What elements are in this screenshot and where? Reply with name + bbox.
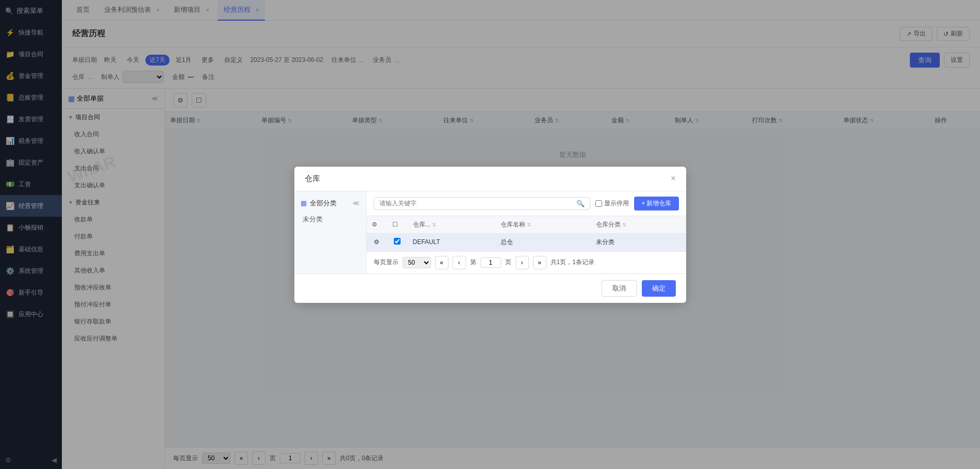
modal-page-input[interactable] bbox=[480, 257, 501, 268]
modal-col-category: 仓库分类 ⇅ bbox=[591, 216, 686, 234]
modal-last-page-btn[interactable]: » bbox=[533, 256, 546, 269]
warehouse-modal: 仓库 × ▦ 全部分类 ≪ 未分类 bbox=[294, 167, 686, 303]
add-warehouse-button[interactable]: + 新增仓库 bbox=[634, 197, 678, 211]
show-disabled-checkbox[interactable]: 显示停用 bbox=[595, 199, 629, 208]
sort-icon-wh-category: ⇅ bbox=[622, 222, 626, 228]
modal-header: 仓库 × bbox=[294, 167, 686, 191]
modal-left-panel: ▦ 全部分类 ≪ 未分类 bbox=[294, 191, 367, 273]
modal-body: ▦ 全部分类 ≪ 未分类 🔍 显示停用 bbox=[294, 191, 686, 273]
modal-first-page-btn[interactable]: « bbox=[435, 256, 449, 269]
modal-left-header: ▦ 全部分类 ≪ bbox=[294, 196, 366, 211]
modal-category-label: 未分类 bbox=[303, 215, 323, 223]
row-1-code: DEFAULT bbox=[408, 233, 496, 251]
modal-next-page-btn[interactable]: › bbox=[516, 256, 529, 269]
modal-page-size-label: 每页显示 bbox=[374, 258, 398, 267]
modal-col-name: 仓库名称 ⇅ bbox=[495, 216, 591, 234]
modal-col-settings: ⚙ bbox=[367, 216, 387, 234]
search-box: 🔍 bbox=[374, 197, 591, 210]
row-1-checkbox bbox=[387, 233, 408, 251]
modal-grid-icon: ▦ bbox=[301, 199, 307, 207]
modal-pagination: 每页显示 50 100 « ‹ 第 页 › » 共1页，1条记录 bbox=[367, 251, 686, 273]
modal-overlay: 仓库 × ▦ 全部分类 ≪ 未分类 bbox=[0, 0, 980, 469]
modal-total-text: 共1页，1条记录 bbox=[551, 258, 594, 267]
row-1-checkbox-input[interactable] bbox=[394, 238, 401, 245]
modal-table-header: ⚙ ☐ 仓库... ⇅ 仓库名称 bbox=[367, 216, 686, 234]
modal-category-unclassified[interactable]: 未分类 bbox=[294, 211, 366, 228]
modal-page-label: 第 bbox=[470, 258, 476, 267]
modal-search-input[interactable] bbox=[379, 200, 574, 207]
show-disabled-label: 显示停用 bbox=[604, 199, 629, 208]
modal-col-checkbox: ☐ bbox=[387, 216, 408, 234]
confirm-button[interactable]: 确定 bbox=[642, 280, 676, 297]
show-disabled-input[interactable] bbox=[595, 200, 602, 207]
row-1-name: 总仓 bbox=[495, 233, 591, 251]
modal-collapse-button[interactable]: ≪ bbox=[353, 199, 360, 207]
modal-table-header-row: ⚙ ☐ 仓库... ⇅ 仓库名称 bbox=[367, 216, 686, 234]
row-1-settings: ⚙ bbox=[367, 233, 387, 251]
modal-prev-page-btn[interactable]: ‹ bbox=[453, 256, 466, 269]
modal-table-body: ⚙ DEFAULT 总仓 未分类 bbox=[367, 233, 686, 251]
modal-left-header-label: 全部分类 bbox=[310, 199, 337, 208]
search-icon: 🔍 bbox=[576, 200, 585, 207]
row-settings-icon[interactable]: ⚙ bbox=[374, 238, 379, 246]
modal-warehouse-table: ⚙ ☐ 仓库... ⇅ 仓库名称 bbox=[367, 216, 686, 251]
modal-page-suffix: 页 bbox=[505, 258, 511, 267]
modal-title: 仓库 bbox=[305, 174, 320, 184]
modal-table-wrapper: ⚙ ☐ 仓库... ⇅ 仓库名称 bbox=[367, 216, 686, 251]
modal-close-button[interactable]: × bbox=[671, 174, 675, 183]
cancel-button[interactable]: 取消 bbox=[602, 280, 637, 297]
row-1-category: 未分类 bbox=[591, 233, 686, 251]
modal-page-size-select[interactable]: 50 100 bbox=[403, 257, 431, 268]
modal-toolbar: 🔍 显示停用 + 新增仓库 bbox=[367, 191, 686, 216]
sort-icon-wh-name: ⇅ bbox=[527, 222, 531, 228]
modal-footer: 取消 确定 bbox=[294, 273, 686, 303]
sort-icon-code: ⇅ bbox=[432, 222, 436, 228]
modal-col-code: 仓库... ⇅ bbox=[408, 216, 496, 234]
warehouse-row-1[interactable]: ⚙ DEFAULT 总仓 未分类 bbox=[367, 233, 686, 251]
modal-right-panel: 🔍 显示停用 + 新增仓库 ⚙ ☐ bbox=[367, 191, 686, 273]
